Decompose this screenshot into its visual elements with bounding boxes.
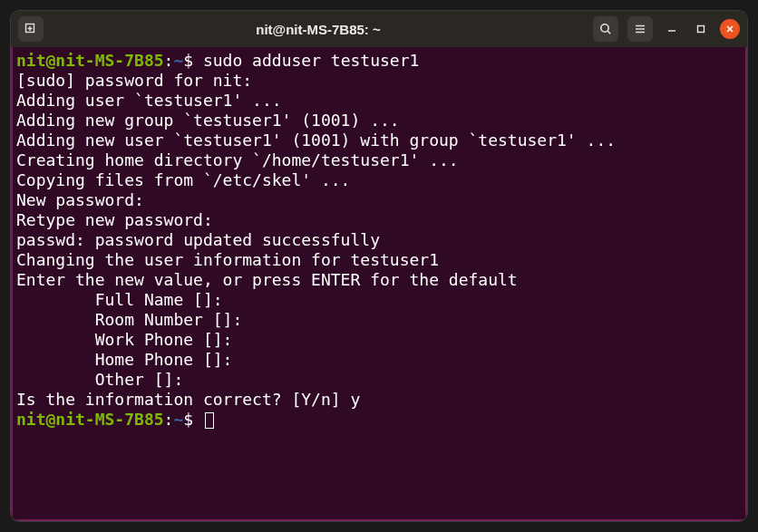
output-line: Full Name []: bbox=[16, 290, 742, 310]
output-line: Enter the new value, or press ENTER for … bbox=[16, 270, 742, 290]
output-line: Room Number []: bbox=[16, 310, 742, 330]
output-line: Creating home directory `/home/testuser1… bbox=[16, 150, 742, 170]
search-button[interactable] bbox=[593, 16, 618, 42]
output-line: Work Phone []: bbox=[16, 330, 742, 350]
minimize-button[interactable] bbox=[662, 19, 682, 39]
command-input: sudo adduser testuser1 bbox=[193, 51, 419, 70]
prompt-path: ~ bbox=[173, 51, 183, 70]
hamburger-menu-button[interactable] bbox=[627, 16, 653, 42]
prompt-userhost: nit@nit-MS-7B85 bbox=[16, 410, 164, 429]
svg-point-1 bbox=[601, 24, 608, 32]
output-line: passwd: password updated successfully bbox=[16, 230, 742, 250]
window-title: nit@nit-MS-7B85: ~ bbox=[47, 22, 589, 37]
output-line: New password: bbox=[16, 190, 742, 210]
titlebar: nit@nit-MS-7B85: ~ bbox=[11, 11, 747, 47]
prompt-userhost: nit@nit-MS-7B85 bbox=[16, 51, 164, 70]
output-line: Adding new group `testuser1' (1001) ... bbox=[16, 111, 742, 131]
prompt-path: ~ bbox=[173, 410, 183, 429]
output-line: [sudo] password for nit: bbox=[16, 71, 742, 91]
output-line: Adding user `testuser1' ... bbox=[16, 91, 742, 111]
svg-rect-2 bbox=[698, 26, 705, 33]
terminal-body[interactable]: nit@nit-MS-7B85:~$ sudo adduser testuser… bbox=[11, 47, 747, 521]
new-tab-button[interactable] bbox=[18, 16, 44, 42]
prompt-line: nit@nit-MS-7B85:~$ sudo adduser testuser… bbox=[16, 51, 742, 71]
prompt-line: nit@nit-MS-7B85:~$ bbox=[16, 410, 742, 430]
output-line: Adding new user `testuser1' (1001) with … bbox=[16, 131, 742, 150]
output-line: Home Phone []: bbox=[16, 350, 742, 370]
terminal-window: nit@nit-MS-7B85: ~ nit@n bbox=[11, 11, 747, 521]
output-line: Retype new password: bbox=[16, 210, 742, 230]
output-line: Changing the user information for testus… bbox=[16, 250, 742, 270]
cursor bbox=[205, 412, 214, 429]
output-line: Copying files from `/etc/skel' ... bbox=[16, 170, 742, 190]
output-line: Is the information correct? [Y/n] y bbox=[16, 390, 742, 410]
output-line: Other []: bbox=[16, 370, 742, 390]
close-button[interactable] bbox=[720, 19, 740, 39]
maximize-button[interactable] bbox=[691, 19, 711, 39]
